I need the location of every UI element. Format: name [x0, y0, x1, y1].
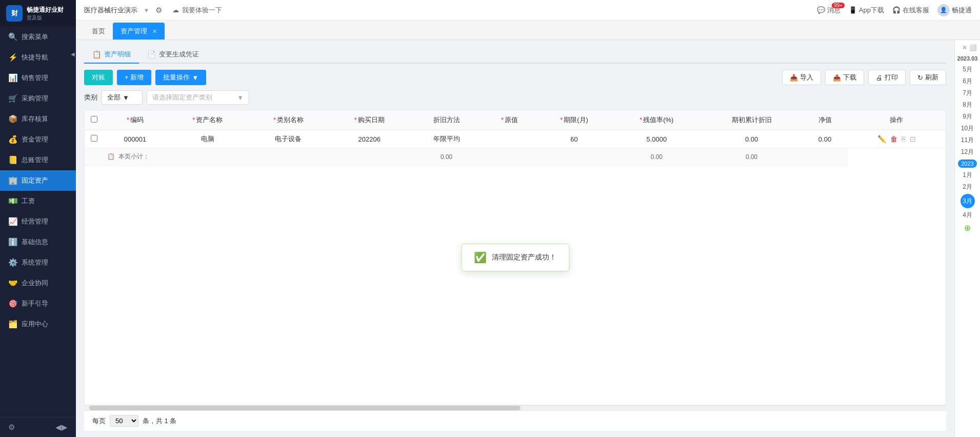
topbar-right: 💬 消息 99+ 📱 App下载 🎧 在线客服 👤 畅捷通 [817, 4, 972, 16]
app-download-btn[interactable]: 📱 App下载 [849, 6, 884, 15]
month-8[interactable]: 8月 [955, 99, 980, 111]
refresh-button[interactable]: ↻ 刷新 [910, 70, 946, 85]
panel-down-icon[interactable]: ⊕ [964, 223, 971, 233]
header-net-value: 净值 [802, 110, 847, 130]
apps-icon: 🗂️ [8, 320, 17, 329]
row-code: 000001 [103, 130, 167, 148]
assets-table: *编码 *资产名称 *类别名称 *购买日期 折旧方法 *原值 *期限(月) *残… [84, 110, 946, 405]
funds-icon: 💰 [8, 135, 17, 144]
import-button[interactable]: 📥 导入 [782, 70, 821, 85]
header-name: *资产名称 [167, 110, 248, 130]
month-7[interactable]: 7月 [955, 87, 980, 99]
sidebar-item-quicknav[interactable]: ⚡ 快捷导航 [0, 47, 76, 68]
message-btn[interactable]: 💬 消息 99+ [817, 6, 841, 15]
row-checkbox[interactable] [91, 135, 97, 142]
sub-tab-asset-detail[interactable]: 📋 资产明细 [84, 46, 139, 64]
row-period: 60 [536, 130, 612, 148]
month-1[interactable]: 1月 [955, 169, 980, 181]
month-4[interactable]: 4月 [955, 209, 980, 221]
month-11[interactable]: 11月 [955, 134, 980, 146]
month-12[interactable]: 12月 [955, 146, 980, 158]
sidebar-item-guide[interactable]: 🎯 新手引导 [0, 293, 76, 314]
batch-ops-button[interactable]: 批量操作 ▼ [155, 70, 206, 85]
experience-icon: ☁ [172, 6, 179, 14]
online-service-btn[interactable]: 🎧 在线客服 [892, 6, 929, 15]
row-category: 电子设备 [248, 130, 329, 148]
settings-icon[interactable]: ⚙ [8, 423, 15, 432]
panel-close-icon[interactable]: ✕ [962, 44, 967, 51]
experience-btn[interactable]: ☁ 我要体验一下 [172, 6, 222, 15]
sidebar-item-funds[interactable]: 💰 资金管理 [0, 129, 76, 150]
month-9[interactable]: 9月 [955, 111, 980, 123]
more-icon[interactable]: ⊡ [910, 135, 916, 143]
sidebar-item-search[interactable]: 🔍 搜索菜单 [0, 27, 76, 47]
sidebar-item-apps[interactable]: 🗂️ 应用中心 [0, 314, 76, 334]
tab-home[interactable]: 首页 [84, 23, 113, 39]
row-residual-rate: 5.0000 [612, 130, 701, 148]
sub-tab-change-voucher[interactable]: 📄 变更生成凭证 [139, 46, 207, 64]
panel-expand-icon[interactable]: ⬜ [969, 44, 977, 51]
select-arrow-icon: ▼ [123, 94, 129, 102]
delete-icon[interactable]: 🗑 [890, 135, 897, 143]
copy-icon[interactable]: ⎘ [902, 135, 906, 143]
month-5[interactable]: 5月 [955, 64, 980, 75]
panel-year-label: 2023.03 [956, 53, 979, 64]
year-2023-badge[interactable]: 2023 [958, 160, 976, 168]
tab-asset-management[interactable]: 资产管理 ✕ [113, 23, 165, 39]
month-10[interactable]: 10月 [955, 123, 980, 134]
scrollbar-thumb[interactable] [89, 406, 521, 410]
new-button[interactable]: + 新增 [117, 70, 151, 85]
user-menu[interactable]: 👤 畅捷通 [937, 4, 972, 16]
per-page-select[interactable]: 50 100 [110, 415, 138, 427]
collapse-icon[interactable]: ◀▶ [55, 423, 68, 432]
category-type-select[interactable]: 全部 ▼ [102, 90, 143, 105]
import-icon: 📥 [790, 74, 798, 82]
sidebar-item-operations[interactable]: 📈 经营管理 [0, 211, 76, 232]
sidebar-collapse-btn[interactable]: ◀ [70, 51, 76, 57]
month-2[interactable]: 2月 [955, 181, 980, 193]
duizhang-button[interactable]: 对账 [84, 70, 113, 85]
print-icon: 🖨 [876, 74, 883, 82]
sidebar-item-inventory[interactable]: 📦 库存核算 [0, 109, 76, 129]
content-main: 📋 资产明细 📄 变更生成凭证 对账 + 新增 批量操作 ▼ [76, 40, 954, 437]
tab-close-icon[interactable]: ✕ [152, 28, 157, 34]
toolbar-right: 📥 导入 📤 下载 🖨 打印 ↻ 刷新 [782, 70, 946, 85]
row-net-value: 0.00 [802, 130, 847, 148]
sidebar-item-ledger[interactable]: 📒 总账管理 [0, 150, 76, 170]
sidebar-item-fixed-assets[interactable]: 🏢 固定资产 [0, 170, 76, 191]
sidebar-item-system[interactable]: ⚙️ 系统管理 [0, 252, 76, 273]
settings-gear-icon[interactable]: ⚙ [155, 6, 162, 15]
sidebar-item-purchase[interactable]: 🛒 采购管理 [0, 88, 76, 109]
sidebar-bottom: ⚙ ◀▶ [0, 417, 76, 437]
success-toast: ✅ 清理固定资产成功！ [461, 244, 569, 271]
table-scrollbar[interactable] [84, 405, 946, 410]
logo-icon: 财 [6, 5, 23, 22]
table-row: 000001 电脑 电子设备 202206 年限平均 60 5.0000 0.0… [85, 130, 946, 148]
company-dropdown-arrow[interactable]: ▼ [144, 7, 149, 13]
logo-text: 畅捷通好业财 普及版 [27, 6, 64, 22]
pagination: 每页 50 100 条，共 1 条 [84, 410, 946, 431]
download-button[interactable]: 📤 下载 [825, 70, 864, 85]
edit-icon[interactable]: ✏️ [877, 135, 886, 143]
print-button[interactable]: 🖨 打印 [868, 70, 906, 85]
select-all-checkbox[interactable] [91, 116, 97, 123]
filter-row: 类别 全部 ▼ 请选择固定资产类别 ▼ [84, 90, 946, 105]
sidebar-item-payroll[interactable]: 💵 工资 [0, 191, 76, 211]
sidebar: 财 畅捷通好业财 普及版 ◀ 🔍 搜索菜单 ⚡ 快捷导航 📊 销售管理 🛒 采购… [0, 0, 76, 437]
header-code: *编码 [103, 110, 167, 130]
month-6[interactable]: 6月 [955, 75, 980, 87]
sidebar-item-collab[interactable]: 🤝 企业协同 [0, 273, 76, 293]
collab-icon: 🤝 [8, 279, 17, 288]
subtotal-net-value: 0.00 [701, 148, 803, 166]
user-avatar: 👤 [937, 4, 950, 16]
category-value-select[interactable]: 请选择固定资产类别 ▼ [147, 90, 249, 105]
download-icon: 📤 [833, 74, 841, 82]
subtotal-label: 本页小计： [118, 153, 149, 160]
sidebar-logo: 财 畅捷通好业财 普及版 [0, 0, 76, 27]
header-depreciation: 折旧方法 [410, 110, 483, 130]
current-month-badge[interactable]: 3月 [961, 194, 975, 208]
sidebar-item-basic-info[interactable]: ℹ️ 基础信息 [0, 232, 76, 252]
sidebar-item-sales[interactable]: 📊 销售管理 [0, 68, 76, 88]
table: *编码 *资产名称 *类别名称 *购买日期 折旧方法 *原值 *期限(月) *残… [85, 110, 946, 166]
operations-icon: 📈 [8, 217, 17, 226]
